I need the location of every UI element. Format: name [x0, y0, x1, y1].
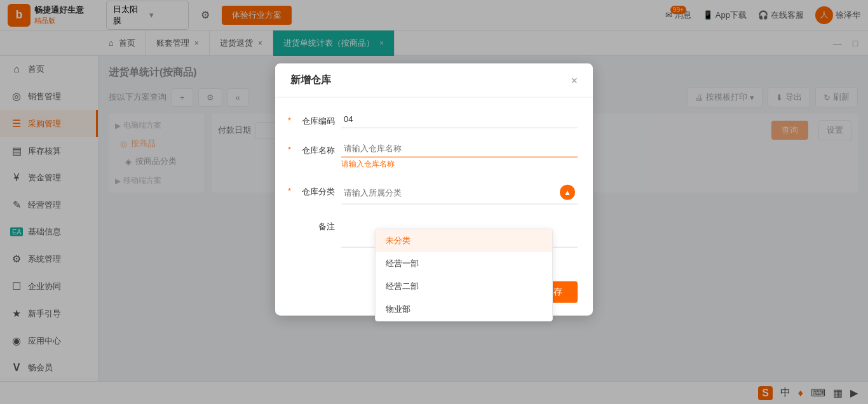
- category-select[interactable]: ▲: [341, 181, 578, 205]
- code-control: [341, 111, 578, 128]
- form-row-category: 仓库分类 ▲: [290, 181, 578, 205]
- warehouse-code-input[interactable]: [341, 111, 578, 128]
- warehouse-name-input[interactable]: [341, 140, 578, 158]
- arrow-up-icon: ▲: [564, 188, 571, 197]
- modal-title: 新增仓库: [290, 74, 331, 87]
- name-control: 请输入仓库名称: [341, 140, 578, 170]
- name-label: 仓库名称: [290, 140, 341, 156]
- category-label: 仓库分类: [290, 181, 341, 198]
- form-row-code: 仓库编码: [290, 111, 578, 128]
- code-label: 仓库编码: [290, 111, 341, 127]
- category-dropdown: 未分类 经营一部 经营二部 物业部: [375, 229, 553, 321]
- note-label: 备注: [290, 216, 341, 232]
- name-error-message: 请输入仓库名称: [341, 159, 578, 170]
- form-row-name: 仓库名称 请输入仓库名称: [290, 140, 578, 170]
- dropdown-item-property[interactable]: 物业部: [376, 298, 552, 321]
- category-input[interactable]: [344, 187, 560, 197]
- dropdown-item-ops1[interactable]: 经营一部: [376, 252, 552, 275]
- dropdown-item-ops2[interactable]: 经营二部: [376, 275, 552, 298]
- select-arrow-button[interactable]: ▲: [560, 185, 575, 200]
- modal-header: 新增仓库 ×: [275, 64, 593, 98]
- modal-close-button[interactable]: ×: [571, 74, 578, 86]
- category-control: ▲: [341, 181, 578, 205]
- dropdown-item-uncategorized[interactable]: 未分类: [376, 229, 552, 252]
